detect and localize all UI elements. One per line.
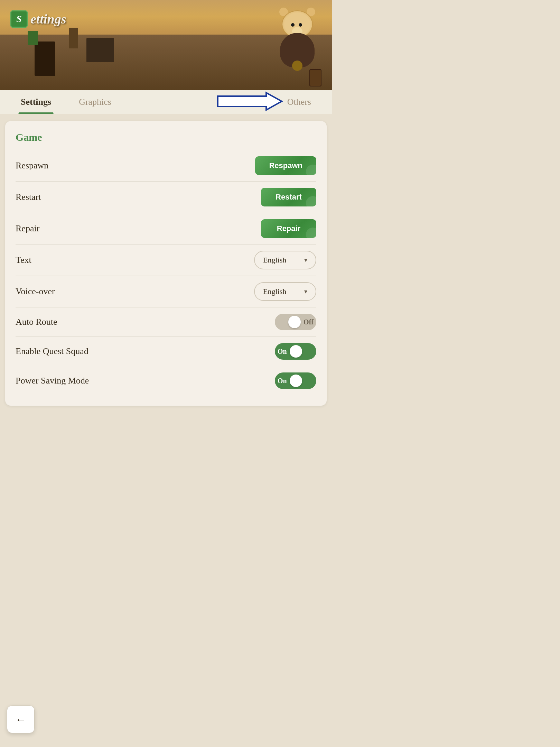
restart-label: Restart xyxy=(16,192,41,202)
post-decoration xyxy=(69,28,78,48)
restart-button[interactable]: Restart xyxy=(261,188,316,206)
eye-left xyxy=(291,23,295,27)
setting-row-voice-over: Voice-over English ▾ xyxy=(16,276,316,307)
restart-control: Restart xyxy=(261,188,316,206)
character-illustration xyxy=(270,3,325,90)
quest-squad-toggle[interactable]: On xyxy=(275,343,316,360)
auto-route-toggle-knob xyxy=(288,316,301,328)
quest-squad-label: Enable Quest Squad xyxy=(16,346,88,357)
text-control: English ▾ xyxy=(254,251,316,269)
tab-graphics[interactable]: Graphics xyxy=(65,90,125,114)
arrow-annotation xyxy=(214,91,283,113)
power-saving-toggle-label: On xyxy=(278,377,287,385)
text-language-value: English xyxy=(263,256,286,265)
setting-row-power-saving: Power Saving Mode On xyxy=(16,366,316,395)
header-background: S ettings xyxy=(0,0,332,90)
power-saving-toggle[interactable]: On xyxy=(275,372,316,389)
power-saving-toggle-knob xyxy=(290,375,302,387)
power-saving-label: Power Saving Mode xyxy=(16,376,89,386)
setting-row-restart: Restart Restart xyxy=(16,182,316,213)
auto-route-label: Auto Route xyxy=(16,317,57,327)
text-label: Text xyxy=(16,255,31,265)
text-language-dropdown[interactable]: English ▾ xyxy=(254,251,316,269)
voice-over-label: Voice-over xyxy=(16,286,55,297)
game-section-title: Game xyxy=(16,131,316,143)
setting-row-respawn: Respawn Respawn xyxy=(16,150,316,182)
voice-over-language-value: English xyxy=(263,287,286,296)
barrel-decoration xyxy=(309,69,321,86)
title-s-icon: S xyxy=(10,10,28,28)
auto-route-toggle-label: Off xyxy=(304,318,314,326)
tab-navigation: Settings Graphics Others xyxy=(0,90,332,114)
repair-label: Repair xyxy=(16,223,39,234)
settings-panel: Game Respawn Respawn Restart Restart Rep… xyxy=(5,121,327,406)
repair-button[interactable]: Repair xyxy=(261,219,316,238)
hamster-item xyxy=(292,61,302,71)
setting-row-auto-route: Auto Route Off xyxy=(16,307,316,337)
svg-marker-0 xyxy=(218,93,282,110)
tree-decoration xyxy=(28,31,38,45)
hamster-body xyxy=(280,33,315,67)
power-saving-control: On xyxy=(275,372,316,389)
tab-settings[interactable]: Settings xyxy=(7,90,65,114)
page-title-text: ettings xyxy=(30,11,66,27)
setting-row-text: Text English ▾ xyxy=(16,245,316,276)
auto-route-control: Off xyxy=(275,314,316,330)
voice-over-dropdown-arrow: ▾ xyxy=(304,288,307,295)
setting-row-repair: Repair Repair xyxy=(16,213,316,245)
setting-row-quest-squad: Enable Quest Squad On xyxy=(16,337,316,366)
building-decoration xyxy=(35,42,55,76)
quest-squad-toggle-label: On xyxy=(278,348,287,356)
building2-decoration xyxy=(86,38,114,62)
text-dropdown-arrow: ▾ xyxy=(304,256,307,264)
eye-right xyxy=(299,23,302,27)
voice-over-control: English ▾ xyxy=(254,282,316,301)
quest-squad-control: On xyxy=(275,343,316,360)
page-title-area: S ettings xyxy=(10,10,66,28)
auto-route-toggle[interactable]: Off xyxy=(275,314,316,330)
voice-over-language-dropdown[interactable]: English ▾ xyxy=(254,282,316,301)
quest-squad-toggle-knob xyxy=(290,345,302,358)
respawn-control: Respawn xyxy=(255,156,316,175)
respawn-button[interactable]: Respawn xyxy=(255,156,316,175)
repair-control: Repair xyxy=(261,219,316,238)
respawn-label: Respawn xyxy=(16,160,48,171)
hamster-eyes xyxy=(291,23,305,27)
